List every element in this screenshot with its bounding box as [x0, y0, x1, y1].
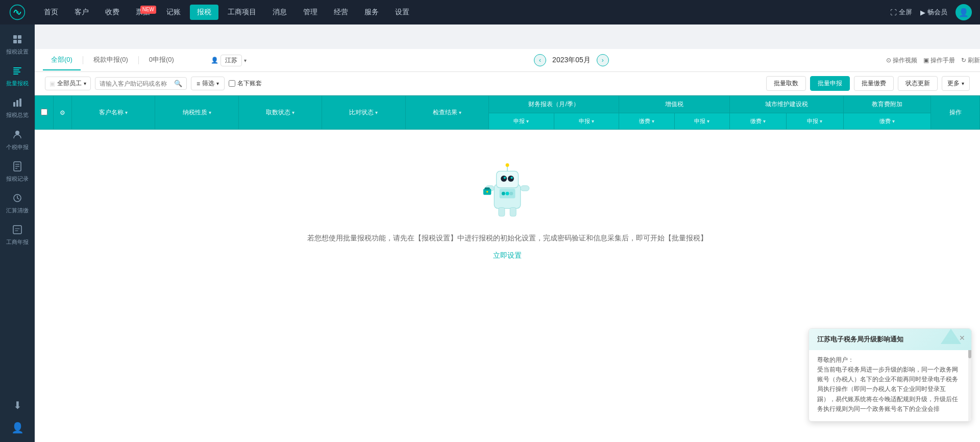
- sidebar-item-batch-tax[interactable]: 批量报税: [0, 60, 35, 92]
- svg-point-13: [15, 131, 19, 135]
- refresh-button[interactable]: ↻ 刷新: [961, 56, 980, 65]
- annual-settlement-icon: [12, 192, 23, 205]
- tab-divider: [83, 56, 83, 64]
- svg-rect-3: [18, 35, 21, 39]
- svg-rect-12: [19, 99, 21, 107]
- svg-point-30: [506, 192, 509, 195]
- nav-item-service[interactable]: 服务: [357, 5, 386, 20]
- status-update-button[interactable]: 状态更新: [898, 76, 938, 91]
- nav-item-client[interactable]: 客户: [67, 5, 96, 20]
- sidebar-item-annual-settlement[interactable]: 汇算清缴: [0, 187, 35, 219]
- sidebar-item-annual-report[interactable]: 工商年报: [0, 219, 35, 251]
- toolbar-right: 批量取数 批量申报 批量缴费 状态更新 更多 ▾: [766, 76, 970, 91]
- nav-item-business[interactable]: 工商项目: [220, 5, 263, 20]
- nav-item-settings[interactable]: 设置: [388, 5, 416, 20]
- sidebar-item-personal-tax[interactable]: 个税申报: [0, 124, 35, 156]
- batch-fetch-button[interactable]: 批量取数: [766, 76, 806, 91]
- batch-declare-button[interactable]: 批量申报: [810, 76, 850, 91]
- nav-item-home[interactable]: 首页: [37, 5, 65, 20]
- filter-icon: ▾: [592, 118, 594, 124]
- tab-divider-2: [138, 56, 139, 64]
- svg-rect-11: [16, 100, 18, 107]
- filter-icon: ▾: [292, 110, 295, 115]
- tab-all[interactable]: 全部(0): [43, 50, 81, 70]
- personal-tax-icon: [12, 129, 23, 142]
- nav-item-bookkeeping[interactable]: 记账: [159, 5, 188, 20]
- svg-point-38: [486, 191, 488, 192]
- sidebar-item-download[interactable]: ⬇: [0, 395, 35, 415]
- filter-icon: ▾: [652, 118, 654, 124]
- svg-rect-37: [484, 187, 489, 189]
- sidebar-item-tax-overview[interactable]: 报税总览: [0, 92, 35, 124]
- manual-icon: ▣: [923, 57, 929, 64]
- fullscreen-button[interactable]: ⛶ 全屏: [890, 8, 912, 17]
- table-header-row1: ⚙ 客户名称 ▾ 纳税性质 ▾: [35, 96, 980, 113]
- filter-icon: ▾: [707, 118, 709, 124]
- sidebar-label: 工商年报: [6, 239, 29, 245]
- nav-item-invoice[interactable]: 票据 NEW: [129, 5, 157, 20]
- video-tutorial-button[interactable]: ⊙ 操作视频: [886, 56, 917, 65]
- select-all-checkbox[interactable]: [41, 109, 47, 115]
- svg-rect-35: [510, 208, 516, 216]
- sidebar: 报税设置 批量报税 报税总览 个税: [0, 24, 35, 442]
- avatar[interactable]: 👤: [955, 4, 972, 20]
- nav-item-fee[interactable]: 收费: [98, 5, 127, 20]
- nav-item-message[interactable]: 消息: [265, 5, 294, 20]
- sidebar-item-user[interactable]: 👤: [0, 418, 35, 438]
- svg-point-29: [502, 192, 505, 195]
- sidebar-bottom: ⬇ 👤: [0, 395, 35, 438]
- col-city-declare: 申报 ▾: [674, 113, 729, 130]
- notification-popup: 江苏电子税务局升级影响通知 ✕ 尊敬的用户： 受当前电子税务局进一步升级的影响，…: [808, 328, 972, 422]
- region-selector[interactable]: 江苏: [220, 55, 242, 66]
- svg-rect-2: [13, 35, 17, 39]
- tabs-left: 全部(0) 税款申报(0) 0申报(0): [35, 49, 190, 71]
- checkbox-input[interactable]: [229, 80, 235, 87]
- col-city-tax: 城市维护建设税: [729, 96, 843, 113]
- more-button[interactable]: 更多 ▾: [942, 76, 970, 91]
- tax-records-icon: [12, 161, 23, 174]
- filter-icon: ▾: [526, 118, 529, 124]
- col-client-name: 客户名称 ▾: [72, 96, 155, 130]
- search-input[interactable]: [100, 80, 174, 87]
- tab-tax-declare[interactable]: 税款申报(0): [85, 50, 136, 70]
- video-icon: ⊙: [886, 57, 891, 64]
- filter-icon: ▾: [892, 118, 895, 124]
- batch-pay-button[interactable]: 批量缴费: [854, 76, 894, 91]
- sidebar-item-tax-records[interactable]: 报税记录: [0, 156, 35, 187]
- checkbox-label[interactable]: 名下账套: [229, 79, 262, 88]
- employee-select[interactable]: ▣ 全部员工 ▾: [45, 77, 91, 90]
- logo[interactable]: [8, 3, 27, 21]
- member-button[interactable]: ▶ 畅会员: [920, 8, 947, 17]
- filter-button[interactable]: ≡ 筛选 ▾: [191, 77, 225, 90]
- svg-marker-39: [941, 329, 961, 344]
- col-edu-pay: 缴费 ▾: [843, 113, 931, 130]
- svg-point-1: [16, 11, 19, 14]
- date-prev-button[interactable]: ‹: [534, 54, 546, 66]
- col-vat: 增值税: [619, 96, 729, 113]
- sidebar-item-tax-settings[interactable]: 报税设置: [0, 29, 35, 60]
- col-settings: ⚙: [54, 96, 72, 130]
- filter-icon: ▾: [125, 110, 128, 115]
- manual-button[interactable]: ▣ 操作手册: [923, 56, 955, 65]
- filter-icon: ▾: [459, 110, 461, 115]
- nav-item-management[interactable]: 管理: [296, 5, 325, 20]
- tab-zero-declare[interactable]: 0申报(0): [141, 50, 182, 70]
- top-nav-menu: 首页 客户 收费 票据 NEW 记账 报税 工商项目 消息 管理 经营 服务 设…: [37, 5, 890, 20]
- notif-body: 尊敬的用户： 受当前电子税务局进一步升级的影响，同一个政务网账号（办税人）名下的…: [809, 350, 971, 421]
- setup-link[interactable]: 立即设置: [493, 251, 522, 260]
- top-nav: 首页 客户 收费 票据 NEW 记账 报税 工商项目 消息 管理 经营 服务 设…: [0, 0, 980, 24]
- col-tax-type: 纳税性质 ▾: [155, 96, 238, 130]
- date-next-button[interactable]: ›: [597, 54, 609, 66]
- settings-icon[interactable]: ⚙: [60, 109, 65, 116]
- right-actions: ⊙ 操作视频 ▣ 操作手册 ↻ 刷新: [886, 56, 980, 65]
- nav-item-tax[interactable]: 报税: [190, 5, 218, 20]
- batch-tax-icon: [12, 65, 23, 78]
- col-city-pay: 缴费 ▾: [729, 113, 786, 130]
- empty-text: 若您想使用批量报税功能，请先在【报税设置】中进行报税的初始化设置，完成密码验证和…: [307, 234, 707, 243]
- fullscreen-icon: ⛶: [890, 9, 897, 16]
- search-icon[interactable]: 🔍: [174, 80, 182, 87]
- empty-state: 若您想使用批量报税功能，请先在【报税设置】中进行报税的初始化设置，完成密码验证和…: [35, 130, 980, 291]
- nav-item-operation[interactable]: 经营: [327, 5, 355, 20]
- member-icon: ▶: [920, 9, 925, 16]
- col-fin-declare: 申报 ▾: [488, 113, 554, 130]
